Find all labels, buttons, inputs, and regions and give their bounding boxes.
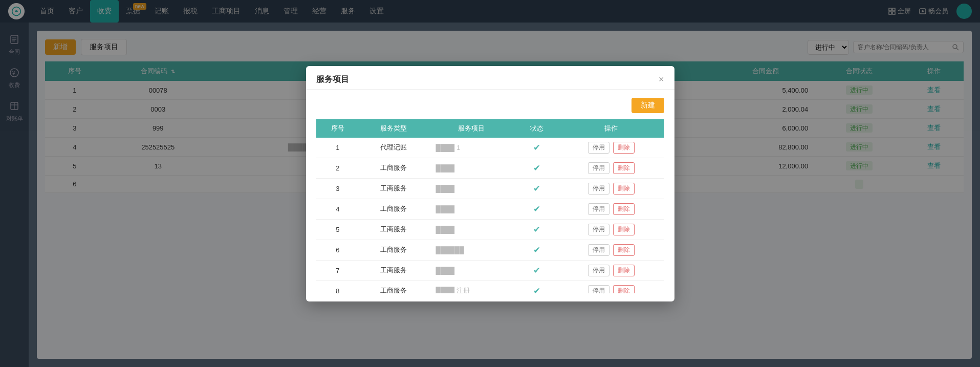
drow-actions: 停用 删除: [558, 280, 664, 293]
delete-button[interactable]: 删除: [613, 265, 635, 276]
delete-button[interactable]: 删除: [613, 183, 635, 195]
list-item: 6 工商服务 ██████ ✔ 停用 删除: [316, 240, 664, 260]
drow-item: ████: [427, 199, 515, 219]
drow-item: ████: [427, 178, 515, 199]
status-check-icon: ✔: [533, 245, 540, 255]
drow-type: 工商服务: [359, 178, 427, 199]
stop-button[interactable]: 停用: [588, 224, 609, 235]
drow-type: 代理记账: [359, 138, 427, 158]
drow-actions: 停用 删除: [558, 240, 664, 260]
drow-type: 工商服务: [359, 240, 427, 260]
drow-type: 工商服务: [359, 219, 427, 240]
drow-type: 工商服务: [359, 199, 427, 219]
drow-type: 工商服务: [359, 158, 427, 178]
drow-seq: 4: [316, 199, 360, 219]
list-item: 1 代理记账 ████ 1 ✔ 停用 删除: [316, 138, 664, 158]
dcol-action: 操作: [558, 119, 664, 138]
drow-actions: 停用 删除: [558, 219, 664, 240]
status-check-icon: ✔: [533, 286, 540, 293]
drow-actions: 停用 删除: [558, 199, 664, 219]
dialog-close-button[interactable]: ×: [659, 75, 664, 84]
drow-status: ✔: [515, 280, 558, 293]
drow-seq: 6: [316, 240, 360, 260]
list-item: 5 工商服务 ████ ✔ 停用 删除: [316, 219, 664, 240]
drow-seq: 5: [316, 219, 360, 240]
drow-seq: 8: [316, 280, 360, 293]
dcol-seq: 序号: [316, 119, 360, 138]
drow-item: ████: [427, 158, 515, 178]
stop-button[interactable]: 停用: [588, 142, 609, 154]
stop-button[interactable]: 停用: [588, 183, 609, 195]
service-table: 序号 服务类型 服务项目 状态 操作 1 代理记账 ████ 1 ✔ 停用 删除…: [316, 119, 664, 293]
drow-actions: 停用 删除: [558, 260, 664, 280]
drow-status: ✔: [515, 138, 558, 158]
drow-type: 工商服务: [359, 280, 427, 293]
stop-button[interactable]: 停用: [588, 285, 609, 293]
drow-type: 工商服务: [359, 260, 427, 280]
delete-button[interactable]: 删除: [613, 162, 635, 174]
drow-item: ██████: [427, 240, 515, 260]
dialog-header: 服务项目 ×: [306, 66, 674, 90]
list-item: 2 工商服务 ████ ✔ 停用 删除: [316, 158, 664, 178]
drow-item: ████ 注册: [427, 280, 515, 293]
dialog-new-button[interactable]: 新建: [631, 98, 664, 113]
delete-button[interactable]: 删除: [613, 203, 635, 215]
dcol-status: 状态: [515, 119, 558, 138]
stop-button[interactable]: 停用: [588, 162, 609, 174]
delete-button[interactable]: 删除: [613, 244, 635, 256]
drow-status: ✔: [515, 199, 558, 219]
status-check-icon: ✔: [533, 266, 540, 275]
drow-seq: 1: [316, 138, 360, 158]
drow-item: ████ 1: [427, 138, 515, 158]
drow-seq: 2: [316, 158, 360, 178]
drow-seq: 3: [316, 178, 360, 199]
list-item: 3 工商服务 ████ ✔ 停用 删除: [316, 178, 664, 199]
dialog-body: 新建 序号 服务类型 服务项目 状态 操作 1 代理记账 ████ 1 ✔: [306, 90, 674, 301]
dcol-type: 服务类型: [359, 119, 427, 138]
dcol-item: 服务项目: [427, 119, 515, 138]
drow-status: ✔: [515, 260, 558, 280]
drow-actions: 停用 删除: [558, 178, 664, 199]
dialog-title: 服务项目: [316, 74, 349, 85]
drow-status: ✔: [515, 240, 558, 260]
stop-button[interactable]: 停用: [588, 244, 609, 256]
drow-seq: 7: [316, 260, 360, 280]
list-item: 7 工商服务 ████ ✔ 停用 删除: [316, 260, 664, 280]
service-dialog: 服务项目 × 新建 序号 服务类型 服务项目 状态 操作 1 代理记账 ████: [306, 66, 674, 301]
status-check-icon: ✔: [533, 184, 540, 193]
drow-actions: 停用 删除: [558, 158, 664, 178]
drow-status: ✔: [515, 219, 558, 240]
stop-button[interactable]: 停用: [588, 265, 609, 276]
status-check-icon: ✔: [533, 143, 540, 153]
status-check-icon: ✔: [533, 225, 540, 234]
delete-button[interactable]: 删除: [613, 142, 635, 154]
list-item: 4 工商服务 ████ ✔ 停用 删除: [316, 199, 664, 219]
status-check-icon: ✔: [533, 204, 540, 214]
drow-actions: 停用 删除: [558, 138, 664, 158]
dialog-table-container[interactable]: 序号 服务类型 服务项目 状态 操作 1 代理记账 ████ 1 ✔ 停用 删除…: [316, 119, 664, 293]
drow-status: ✔: [515, 158, 558, 178]
list-item: 8 工商服务 ████ 注册 ✔ 停用 删除: [316, 280, 664, 293]
stop-button[interactable]: 停用: [588, 203, 609, 215]
delete-button[interactable]: 删除: [613, 224, 635, 235]
drow-item: ████: [427, 260, 515, 280]
delete-button[interactable]: 删除: [613, 285, 635, 293]
drow-item: ████: [427, 219, 515, 240]
dialog-toolbar: 新建: [316, 98, 664, 113]
drow-status: ✔: [515, 178, 558, 199]
status-check-icon: ✔: [533, 163, 540, 173]
